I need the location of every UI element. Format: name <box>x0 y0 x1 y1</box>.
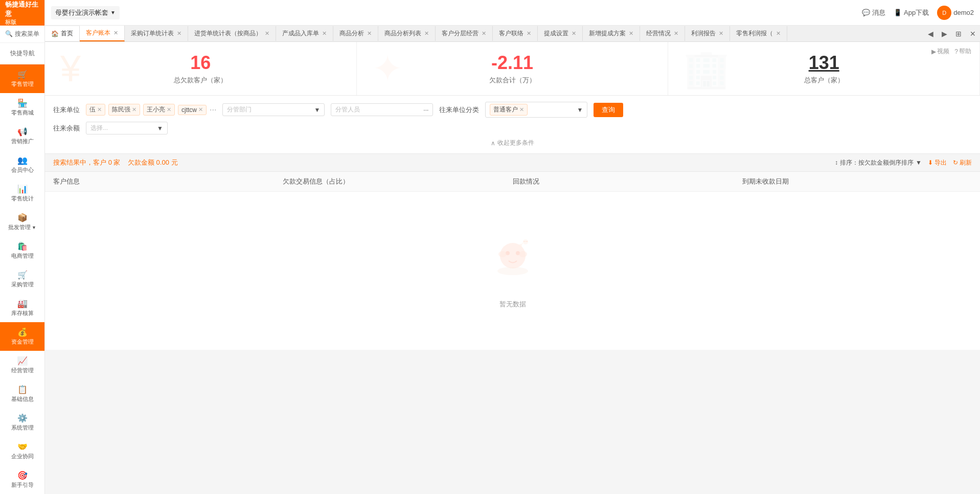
tab-close-cost[interactable]: ✕ <box>322 30 327 37</box>
tab-close-all-icon[interactable]: ✕ <box>966 27 980 41</box>
quick-nav-item[interactable]: 快捷导航 <box>0 46 44 61</box>
help-link[interactable]: ? 帮助 <box>954 47 971 56</box>
content-area: ¥ 16 总欠款客户（家） ✦ -2.11 欠款合计（万） 🏢 131 总客户（… <box>45 42 980 494</box>
sidebar-menu: 🛒 零售管理 🏪 零售商城 📢 营销推广 👥 会员中心 📊 零售统计 📦 <box>0 64 44 494</box>
tab-close-product[interactable]: ✕ <box>367 30 372 37</box>
tab-close-retail[interactable]: ✕ <box>776 30 781 37</box>
tab-close-ops[interactable]: ✕ <box>674 30 678 37</box>
tab-accounts[interactable]: 客户账本 ✕ <box>80 26 125 41</box>
enterprise-coop-icon: 🤝 <box>17 442 28 452</box>
tab-retail-profit[interactable]: 零售利润报（ ✕ <box>730 26 787 41</box>
refresh-button[interactable]: ↻ 刷新 <box>953 159 972 167</box>
balance-label: 往来余额 <box>53 124 80 133</box>
tab-close-customer-contact[interactable]: ✕ <box>527 30 531 37</box>
unit-category-tag: 普通客户 ✕ <box>490 104 528 116</box>
department-select[interactable]: 分管部门 ▼ <box>222 103 325 116</box>
tab-menu-icon[interactable]: ⊞ <box>951 27 966 41</box>
filter-tags: 伍 ✕ 陈民强 ✕ 王小亮 ✕ cjttcw ✕ <box>86 104 216 116</box>
sidebar-item-basic-info[interactable]: 📋 基础信息 <box>0 379 44 408</box>
chevron-down-icon: ▼ <box>577 106 583 114</box>
capital-icon: 💰 <box>17 327 28 337</box>
account-selector[interactable]: 母婴行业演示帐套 ▼ <box>51 6 120 19</box>
sidebar-item-enterprise-coop[interactable]: 🤝 企业协同 <box>0 437 44 465</box>
sidebar-item-system-mgmt[interactable]: ⚙️ 系统管理 <box>0 408 44 437</box>
tab-close-purchase[interactable]: ✕ <box>177 30 181 37</box>
more-options-icon: ··· <box>423 106 428 114</box>
tab-home[interactable]: 🏠 首页 <box>45 26 80 41</box>
tab-next-arrow[interactable]: ▶ <box>938 27 951 41</box>
search-menu[interactable]: 🔍 搜索菜单 <box>0 26 44 43</box>
tab-close-profit[interactable]: ✕ <box>719 30 723 37</box>
tab-customer-contact[interactable]: 客户联络 ✕ <box>493 26 538 41</box>
export-icon: ⬇ <box>928 159 933 166</box>
filter-row-1: 往来单位 伍 ✕ 陈民强 ✕ 王小亮 ✕ <box>53 102 972 118</box>
sidebar-item-wholesale-mgmt[interactable]: 📦 批发管理▼ <box>0 208 44 236</box>
tab-product-analysis[interactable]: 商品分析 ✕ <box>333 26 378 41</box>
stat-value-debt-total: -2.11 <box>491 52 533 74</box>
stat-value-debt-customers: 16 <box>190 52 211 74</box>
sidebar-item-operations-mgmt[interactable]: 📈 经营管理 <box>0 351 44 379</box>
tab-close-inbound[interactable]: ✕ <box>265 30 269 37</box>
sidebar-item-retail-mgmt[interactable]: 🛒 零售管理 <box>0 64 44 93</box>
chevron-down-icon: ▼ <box>110 10 116 15</box>
svg-point-4 <box>498 251 507 257</box>
tab-purchase-orders[interactable]: 采购订单统计表 ✕ <box>125 26 188 41</box>
sidebar-item-member-center[interactable]: 👥 会员中心 <box>0 150 44 179</box>
svg-point-8 <box>523 239 528 244</box>
sidebar-item-marketing[interactable]: 📢 营销推广 <box>0 122 44 150</box>
unit-category-select[interactable]: 普通客户 ✕ ▼ <box>485 102 587 118</box>
mall-icon: 🏪 <box>17 98 28 108</box>
inventory-icon: 🏭 <box>17 299 28 308</box>
collapse-button[interactable]: ∧ 收起更多条件 <box>491 139 534 147</box>
query-button[interactable]: 查询 <box>594 103 623 117</box>
table-header: 客户信息 欠款交易信息（占比） 回款情况 到期未收款日期 <box>45 172 980 192</box>
tab-customer-tier[interactable]: 客户分层经营 ✕ <box>436 26 493 41</box>
collapse-row: ∧ 收起更多条件 <box>53 139 972 147</box>
sidebar-item-purchase-mgmt[interactable]: 🛒 采购管理 <box>0 265 44 294</box>
filter-tag-chen: 陈民强 ✕ <box>108 104 140 116</box>
export-button[interactable]: ⬇ 导出 <box>928 159 947 167</box>
home-icon: 🏠 <box>51 30 59 37</box>
tab-operations[interactable]: 经营情况 ✕ <box>640 26 685 41</box>
tag-close-wu[interactable]: ✕ <box>97 106 102 113</box>
stat-bg-icon-1: ¥ <box>60 48 81 89</box>
sort-button[interactable]: ↕ 排序：按欠款金额倒序排序 ▼ <box>835 159 922 167</box>
download-button[interactable]: 📱 App下载 <box>894 8 929 17</box>
tab-close-raise[interactable]: ✕ <box>572 30 576 37</box>
stats-icon: 📊 <box>17 184 28 194</box>
filter-more-tags[interactable]: ··· <box>210 105 216 115</box>
tab-close-accounts[interactable]: ✕ <box>113 30 118 36</box>
sidebar-item-new-guide[interactable]: 🎯 新手引导 <box>0 465 44 494</box>
user-profile[interactable]: D demo2 <box>937 6 974 20</box>
tab-profit-report[interactable]: 利润报告 ✕ <box>685 26 730 41</box>
sidebar-item-inventory-check[interactable]: 🏭 库存核算 <box>0 294 44 322</box>
message-button[interactable]: 💬 消息 <box>862 8 885 17</box>
tag-close-wang[interactable]: ✕ <box>167 106 171 113</box>
video-link[interactable]: ▶ 视频 <box>931 47 949 56</box>
tag-close-chen[interactable]: ✕ <box>132 106 136 113</box>
tab-raise-settings[interactable]: 提成设置 ✕ <box>538 26 583 41</box>
stat-bg-icon-3: 🏢 <box>683 47 730 91</box>
sidebar-item-capital-mgmt[interactable]: 💰 资金管理 <box>0 322 44 351</box>
filter-tag-wang: 王小亮 ✕ <box>143 104 175 116</box>
balance-select[interactable]: 选择... ▼ <box>86 122 168 134</box>
tab-cost-inbound[interactable]: 产成品入库单 ✕ <box>276 26 333 41</box>
unit-cat-close[interactable]: ✕ <box>519 106 524 113</box>
svg-point-10 <box>527 241 528 242</box>
tab-close-product-list[interactable]: ✕ <box>424 30 429 37</box>
tab-product-analysis-list[interactable]: 商品分析列表 ✕ <box>378 26 436 41</box>
tab-close-new-raise[interactable]: ✕ <box>629 30 633 37</box>
marketing-icon: 📢 <box>17 127 28 137</box>
sidebar-item-retail-mall[interactable]: 🏪 零售商城 <box>0 93 44 122</box>
tag-close-cjttcw[interactable]: ✕ <box>198 106 203 113</box>
system-icon: ⚙️ <box>17 413 28 423</box>
tab-new-raise[interactable]: 新增提成方案 ✕ <box>583 26 640 41</box>
filter-area: 往来单位 伍 ✕ 陈民强 ✕ 王小亮 ✕ <box>45 96 980 154</box>
result-actions: ↕ 排序：按欠款金额倒序排序 ▼ ⬇ 导出 ↻ 刷新 <box>835 159 972 167</box>
tab-prev-arrow[interactable]: ◀ <box>924 27 938 41</box>
sidebar-item-ecommerce-mgmt[interactable]: 🛍️ 电商管理 <box>0 236 44 265</box>
manager-select[interactable]: 分管人员 ··· <box>331 103 433 116</box>
tab-close-customer-tier[interactable]: ✕ <box>482 30 486 37</box>
tab-inbound-stats[interactable]: 进货单统计表（按商品） ✕ <box>188 26 276 41</box>
sidebar-item-retail-stats[interactable]: 📊 零售统计 <box>0 179 44 208</box>
